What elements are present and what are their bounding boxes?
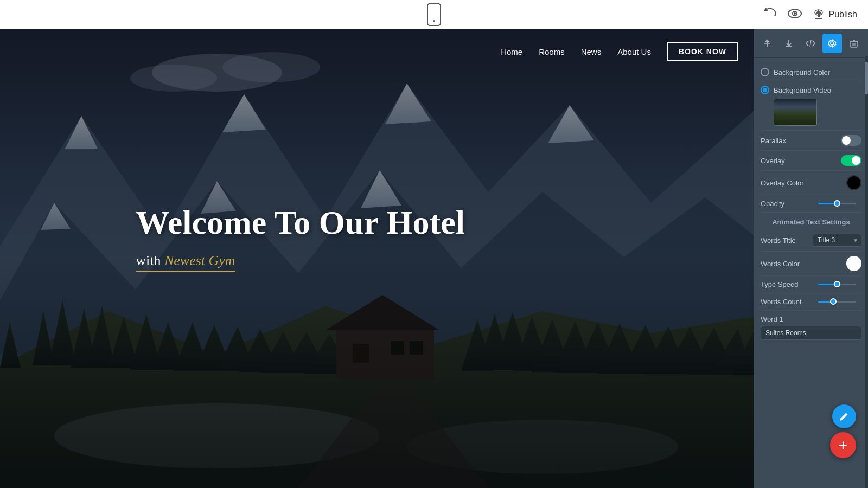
background-color-row: Background Color	[761, 63, 861, 81]
svg-marker-40	[553, 321, 595, 373]
hero-subtitle-underline	[136, 271, 235, 272]
top-toolbar: Publish	[0, 0, 868, 29]
hamburger-menu[interactable]	[11, 7, 26, 22]
svg-marker-50	[326, 295, 439, 330]
opacity-row: Opacity	[761, 195, 861, 213]
svg-marker-21	[49, 300, 76, 365]
nav-rooms[interactable]: Rooms	[539, 47, 565, 56]
panel-scrollbar-thumb[interactable]	[865, 62, 868, 94]
words-count-slider[interactable]	[818, 301, 861, 303]
svg-marker-28	[174, 322, 209, 371]
words-color-label: Words Color	[761, 260, 800, 268]
panel-trash-button[interactable]	[844, 34, 864, 53]
undo-button[interactable]	[763, 8, 777, 22]
panel-settings-button[interactable]	[822, 34, 842, 53]
opacity-slider[interactable]	[818, 203, 861, 204]
svg-marker-31	[239, 329, 279, 372]
words-title-row: Words Title Title 1 Title 2 Title 3 Titl…	[761, 229, 861, 252]
words-color-row: Words Color	[761, 252, 861, 276]
panel-sort-button[interactable]	[757, 34, 777, 53]
hero-subtitle-prefix: with	[136, 253, 164, 268]
svg-marker-42	[597, 323, 640, 374]
parallax-row: Parallax	[761, 131, 861, 151]
background-color-label: Background Color	[774, 68, 830, 76]
background-video-label: Background Video	[774, 86, 831, 94]
svg-marker-30	[217, 326, 255, 371]
toolbar-left	[11, 7, 26, 22]
publish-button[interactable]: Publish	[813, 9, 857, 21]
svg-rect-53	[410, 341, 423, 355]
hero-subtitle: with Newest Gym	[136, 253, 235, 269]
words-count-label: Words Count	[761, 298, 802, 306]
overlay-label: Overlay	[761, 157, 785, 165]
word1-input[interactable]	[761, 326, 861, 340]
svg-point-63	[831, 42, 834, 45]
parallax-toggle[interactable]	[841, 135, 861, 146]
svg-point-54	[54, 403, 380, 468]
overlay-toggle[interactable]	[841, 155, 861, 166]
type-speed-label: Type Speed	[761, 280, 798, 288]
background-video-radio[interactable]	[761, 86, 769, 94]
type-speed-slider[interactable]	[818, 284, 861, 285]
hero-section: Home Rooms News About Us BOOK NOW Welcom…	[0, 29, 754, 488]
svg-marker-13	[385, 84, 431, 124]
hero-subtitle-accent: Newest Gym	[164, 253, 235, 268]
svg-marker-11	[65, 116, 98, 149]
svg-marker-41	[575, 322, 618, 373]
nav-home[interactable]: Home	[501, 47, 522, 56]
svg-marker-14	[548, 105, 594, 143]
svg-marker-39	[532, 319, 572, 372]
svg-marker-44	[643, 326, 689, 374]
words-color-swatch[interactable]	[846, 256, 861, 271]
svg-marker-43	[621, 325, 666, 374]
panel-download-button[interactable]	[779, 34, 799, 53]
animated-text-heading: Animated Text Settings	[761, 213, 861, 229]
panel-code-button[interactable]	[801, 34, 820, 53]
svg-line-62	[810, 40, 811, 47]
overlay-color-swatch[interactable]	[846, 175, 861, 190]
main-area: Home Rooms News About Us BOOK NOW Welcom…	[0, 29, 868, 488]
svg-marker-46	[688, 328, 737, 375]
svg-marker-47	[711, 329, 754, 376]
parallax-label: Parallax	[761, 137, 786, 145]
svg-rect-49	[336, 330, 434, 379]
svg-marker-35	[461, 319, 494, 371]
svg-marker-36	[477, 314, 511, 370]
words-title-select-wrapper: Title 1 Title 2 Title 3 Title 4 ▼	[813, 234, 861, 247]
svg-marker-33	[282, 332, 328, 373]
background-color-radio[interactable]	[761, 68, 769, 76]
svg-marker-24	[0, 322, 21, 368]
svg-marker-27	[152, 322, 184, 370]
hero-nav: Home Rooms News About Us BOOK NOW	[0, 29, 754, 74]
word1-section: Word 1	[761, 311, 861, 343]
overlay-color-label: Overlay Color	[761, 179, 803, 187]
svg-marker-34	[304, 334, 352, 374]
fab-edit-button[interactable]	[832, 404, 856, 428]
nav-about-us[interactable]: About Us	[617, 47, 651, 56]
type-speed-row: Type Speed	[761, 276, 861, 293]
opacity-label: Opacity	[761, 200, 784, 208]
toolbar-right: Publish	[763, 8, 857, 22]
book-now-button[interactable]: BOOK NOW	[667, 42, 738, 61]
overlay-color-row: Overlay Color	[761, 171, 861, 195]
overlay-row: Overlay	[761, 151, 861, 171]
svg-point-55	[407, 420, 678, 474]
svg-marker-25	[108, 317, 138, 368]
fab-add-button[interactable]: +	[830, 432, 856, 458]
preview-button[interactable]	[788, 9, 802, 21]
svg-marker-19	[0, 306, 754, 488]
toolbar-center	[427, 3, 441, 26]
svg-marker-23	[87, 306, 115, 368]
hero-content: Welcome To Our Hotel with Newest Gym	[136, 203, 465, 269]
panel-icon-bar	[754, 29, 868, 58]
background-thumbnail[interactable]	[774, 99, 817, 126]
mobile-preview-icon[interactable]	[427, 3, 441, 26]
svg-point-3	[794, 12, 796, 15]
svg-marker-38	[513, 317, 551, 371]
svg-marker-45	[665, 326, 713, 374]
svg-marker-12	[222, 94, 266, 132]
words-title-select[interactable]: Title 1 Title 2 Title 3 Title 4	[813, 234, 861, 247]
svg-marker-26	[130, 314, 162, 370]
words-title-label: Words Title	[761, 236, 796, 245]
nav-news[interactable]: News	[581, 47, 602, 56]
